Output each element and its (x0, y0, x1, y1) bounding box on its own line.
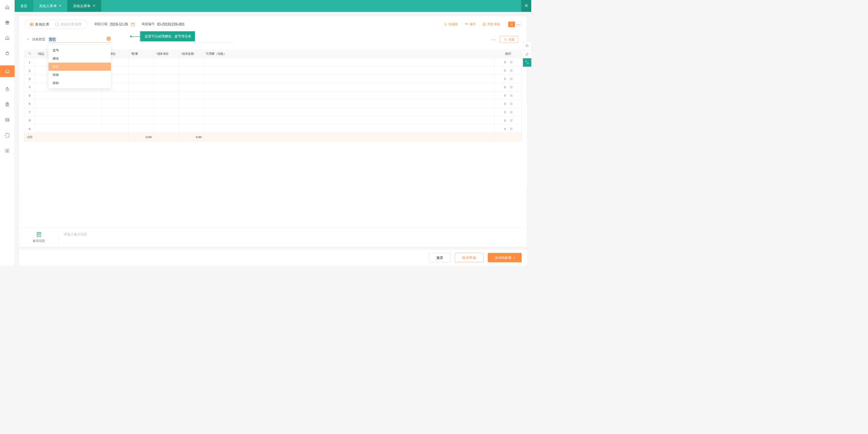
business-type-option[interactable]: 盘亏 (49, 46, 111, 54)
gift-icon[interactable] (4, 19, 11, 26)
cell-unit-cost[interactable] (154, 116, 179, 124)
cell-qty[interactable] (129, 91, 154, 99)
col-gear[interactable] (24, 50, 35, 58)
cell-cost-amount[interactable] (179, 108, 203, 116)
cell-cost-amount[interactable] (179, 74, 203, 83)
add-row-icon[interactable] (509, 93, 513, 98)
discard-button[interactable]: 放弃 (429, 253, 451, 263)
business-type-dropdown[interactable]: 其它 ︿ 盘亏赠送其它组装拆卸 (49, 36, 111, 43)
tab-other-out[interactable]: 其他出库单✕ (67, 0, 101, 12)
cell-unit-cost[interactable] (154, 66, 179, 74)
cell-qty[interactable] (129, 58, 154, 66)
cell-qty[interactable] (129, 116, 154, 124)
cell-product[interactable] (35, 116, 102, 124)
cell-unit[interactable] (102, 108, 129, 116)
cell-available[interactable] (204, 74, 495, 83)
clipboard-icon[interactable] (4, 101, 11, 108)
cell-qty[interactable] (129, 66, 154, 74)
cell-cost-amount[interactable] (179, 124, 203, 133)
expand-icon[interactable] (523, 58, 531, 66)
cell-available[interactable] (204, 66, 495, 74)
add-row-icon[interactable] (509, 127, 513, 131)
trash-icon[interactable] (503, 118, 507, 122)
bill-date-value[interactable]: 2019-12-26 (110, 22, 128, 26)
close-icon[interactable]: ✕ (93, 4, 95, 7)
cell-unit[interactable] (102, 100, 129, 108)
close-icon[interactable]: ✕ (59, 4, 61, 7)
trash-icon[interactable] (503, 68, 507, 72)
trash-icon[interactable] (503, 93, 507, 98)
business-type-option[interactable]: 组装 (49, 71, 111, 79)
cell-available[interactable] (204, 108, 495, 116)
history-button[interactable]: 历史单据 (483, 22, 500, 26)
new-badge-icon[interactable]: 新 (4, 147, 11, 154)
trash-icon[interactable] (503, 85, 507, 89)
cell-unit-cost[interactable] (154, 124, 179, 133)
business-type-option[interactable]: 赠送 (49, 54, 111, 63)
add-row-icon[interactable] (509, 68, 513, 72)
trash-icon[interactable] (503, 77, 507, 81)
trash-icon[interactable] (503, 110, 507, 114)
add-row-icon[interactable] (509, 77, 513, 81)
cell-available[interactable] (204, 100, 495, 108)
cell-cost-amount[interactable] (179, 66, 203, 74)
remarks-input[interactable] (64, 233, 521, 236)
more-icon[interactable]: ⋯ (489, 36, 497, 42)
cell-product[interactable] (35, 100, 102, 108)
bag-icon[interactable] (4, 50, 11, 57)
cell-product[interactable] (35, 108, 102, 116)
cell-qty[interactable] (129, 83, 154, 91)
cell-available[interactable] (204, 83, 495, 91)
contact-card-icon[interactable] (4, 117, 11, 123)
cell-unit-cost[interactable] (154, 74, 179, 83)
cell-available[interactable] (204, 124, 495, 133)
chevron-up-icon[interactable]: ︿ (106, 36, 111, 41)
cell-unit[interactable] (102, 91, 129, 99)
save-and-new-button[interactable]: 保存&新增▾ (488, 253, 522, 263)
save-draft-button[interactable]: 保存草稿 (455, 253, 483, 263)
cell-qty[interactable] (129, 100, 154, 108)
view-card-button[interactable]: ▭▭ (515, 21, 522, 27)
cell-cost-amount[interactable] (179, 83, 203, 91)
cell-product[interactable] (35, 124, 102, 133)
cell-unit-cost[interactable] (154, 83, 179, 91)
cell-unit-cost[interactable] (154, 58, 179, 66)
trash-icon[interactable] (503, 127, 507, 131)
cell-cost-amount[interactable] (179, 58, 203, 66)
cell-unit-cost[interactable] (154, 91, 179, 99)
cell-qty[interactable] (129, 74, 154, 83)
money-bag-icon[interactable]: ¥ (4, 86, 11, 93)
add-row-icon[interactable] (509, 101, 513, 106)
radio-other-out[interactable]: 其他出库 (30, 22, 50, 27)
operate-button[interactable]: 操作 (465, 22, 476, 26)
cell-cost-amount[interactable] (179, 91, 203, 99)
home-icon[interactable] (4, 4, 11, 11)
add-row-icon[interactable] (509, 110, 513, 114)
view-list-button[interactable]: ☰ (508, 21, 515, 27)
cell-unit[interactable] (102, 124, 129, 133)
business-type-option[interactable]: 其它 (49, 63, 111, 71)
cell-unit-cost[interactable] (154, 108, 179, 116)
tab-other-in[interactable]: 其他入库单✕ (33, 0, 67, 12)
dashed-circle-icon[interactable] (4, 132, 11, 139)
cell-qty[interactable] (129, 108, 154, 116)
radio-other-out-return[interactable]: 其他出库退库 (55, 22, 82, 27)
tab-home[interactable]: 首页 (15, 0, 33, 12)
add-row-icon[interactable] (509, 85, 513, 89)
cell-available[interactable] (204, 91, 495, 99)
warehouse-icon[interactable] (0, 65, 15, 77)
trash-icon[interactable] (503, 60, 507, 64)
add-row-icon[interactable] (509, 60, 513, 64)
cell-unit[interactable] (102, 116, 129, 124)
cell-qty[interactable] (129, 124, 154, 133)
cell-available[interactable] (204, 116, 495, 124)
tabbar-close-button[interactable]: ✕ (521, 0, 531, 12)
calendar-icon[interactable] (131, 22, 135, 26)
cell-cost-amount[interactable] (179, 116, 203, 124)
shortcut-button[interactable]: 快捷键 (444, 22, 458, 26)
cell-cost-amount[interactable] (179, 100, 203, 108)
house-money-icon[interactable]: $ (4, 35, 11, 41)
trash-icon[interactable] (503, 101, 507, 106)
cell-available[interactable] (204, 58, 495, 66)
cell-product[interactable] (35, 91, 102, 99)
